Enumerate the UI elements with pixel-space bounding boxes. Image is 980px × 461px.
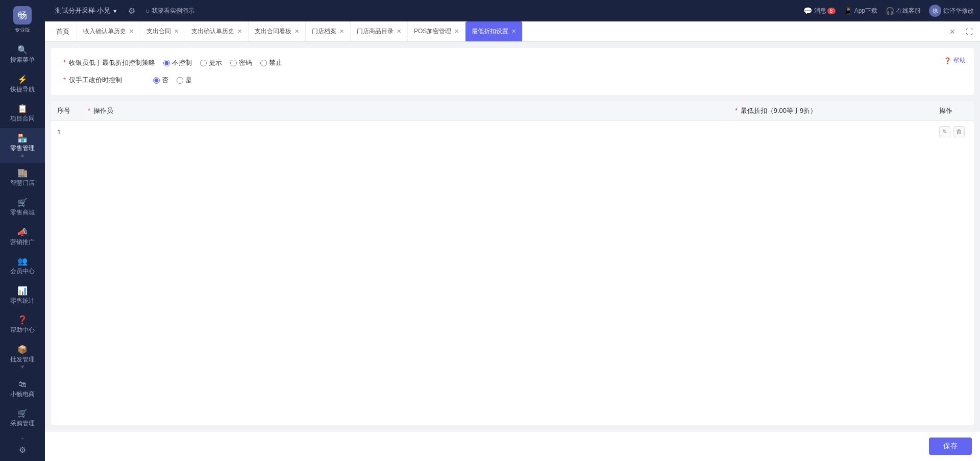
sidebar-item-12[interactable]: 🛒 采购管理 — [0, 403, 45, 433]
online-service-button[interactable]: 🎧 在线客服 — [886, 7, 921, 15]
save-button[interactable]: 保存 — [929, 438, 972, 455]
option-no-control[interactable]: 不控制 — [163, 58, 192, 67]
table-row: 1 ✎ 🗑 — [51, 121, 974, 143]
tab-close-2[interactable]: ✕ — [174, 28, 179, 35]
option-yes[interactable]: 是 — [177, 76, 192, 85]
logo-icon: 畅 — [13, 6, 32, 25]
user-menu[interactable]: 徐 徐泽华修改 — [929, 5, 974, 17]
help-button[interactable]: ❓ 帮助 — [944, 56, 966, 65]
option-no-label: 否 — [162, 76, 168, 85]
row-actions: ✎ 🗑 — [939, 126, 968, 137]
sidebar-item-8[interactable]: 📊 零售统计 — [0, 281, 45, 310]
topbar-right: 💬 消息 8 📱 App下载 🎧 在线客服 徐 徐泽华修改 — [803, 5, 974, 17]
tab-label-3: 支出确认单历史 — [191, 27, 234, 36]
sidebar-item-1[interactable]: ⚡ 快捷导航 — [0, 69, 45, 99]
gear-icon: ⚙ — [128, 7, 135, 15]
sidebar-icon-4: 🏬 — [17, 168, 28, 178]
sidebar-item-11[interactable]: 🛍 小畅电商 — [0, 375, 45, 404]
control-strategy-label: * 收银员低于最低折扣控制策略 — [63, 58, 155, 67]
main-content: 测试分开采样·小兄 ▾ ⚙ ○ 我要看实例演示 💬 消息 8 📱 App下载 — [45, 0, 980, 461]
sidebar-item-2[interactable]: 📋 项目合同 — [0, 99, 45, 128]
app-download-button[interactable]: 📱 App下载 — [844, 7, 877, 15]
col-header-action: 操作 — [933, 101, 974, 121]
tabbar-actions: ✕ ⛶ — [946, 27, 976, 37]
tab-item-5[interactable]: 门店档案✕ — [306, 21, 351, 42]
radio-remind[interactable] — [200, 60, 207, 66]
option-password-label: 密码 — [239, 58, 252, 67]
sidebar-item-0[interactable]: 🔍 搜索菜单 — [0, 40, 45, 69]
topbar: 测试分开采样·小兄 ▾ ⚙ ○ 我要看实例演示 💬 消息 8 📱 App下载 — [45, 0, 980, 21]
col-header-seq: 序号 — [51, 101, 82, 121]
content-area: ❓ 帮助 * 收银员低于最低折扣控制策略 不控制 提示 — [45, 42, 980, 431]
tab-item-7[interactable]: POS加密管理✕ — [408, 21, 465, 42]
sidebar-item-5[interactable]: 🛒 零售商城 — [0, 192, 45, 222]
option-remind-label: 提示 — [209, 58, 222, 67]
sidebar-item-6[interactable]: 📣 营销推广 — [0, 222, 45, 252]
avatar: 徐 — [929, 5, 941, 17]
app-download-label: App下载 — [854, 7, 877, 15]
tab-close-6[interactable]: ✕ — [397, 28, 401, 35]
option-remind[interactable]: 提示 — [200, 58, 222, 67]
sidebar-item-7[interactable]: 👥 会员中心 — [0, 251, 45, 281]
label-text: 收银员低于最低折扣控制策略 — [69, 59, 155, 66]
required-mark-op: * — [88, 107, 90, 114]
sidebar-label-7: 会员中心 — [10, 268, 35, 276]
edit-button[interactable]: ✎ — [939, 126, 950, 137]
app-logo: 畅 专业版 — [0, 0, 45, 40]
cell-seq: 1 — [51, 121, 82, 143]
tab-home[interactable]: 首页 — [49, 21, 77, 42]
topbar-settings-button[interactable]: ⚙ — [126, 4, 137, 18]
tab-label-7: POS加密管理 — [414, 27, 451, 36]
tab-close-3[interactable]: ✕ — [237, 28, 242, 35]
tab-item-4[interactable]: 支出合同看板✕ — [249, 21, 306, 42]
tab-label-8: 最低折扣设置 — [472, 27, 508, 36]
tab-close-1[interactable]: ✕ — [129, 28, 134, 35]
sidebar-item-9[interactable]: ❓ 帮助中心 — [0, 310, 45, 339]
project-name: 测试分开采样·小兄 — [55, 6, 110, 15]
sidebar-icon-3: 🏪 — [17, 133, 28, 143]
tab-item-6[interactable]: 门店商品目录✕ — [351, 21, 408, 42]
tab-close-5[interactable]: ✕ — [339, 28, 344, 35]
tab-close-7[interactable]: ✕ — [454, 28, 459, 35]
sidebar-icon-11: 🛍 — [18, 380, 27, 389]
tab-item-8[interactable]: 最低折扣设置✕ — [465, 21, 523, 42]
tab-item-3[interactable]: 支出确认单历史✕ — [185, 21, 249, 42]
tab-expand-button[interactable]: ⛶ — [963, 27, 976, 37]
option-no[interactable]: 否 — [153, 76, 168, 85]
sidebar-label-9: 帮助中心 — [10, 326, 35, 334]
sidebar-icon-9: ❓ — [17, 315, 28, 325]
tab-label-2: 支出合同 — [146, 27, 171, 36]
demo-icon: ○ — [145, 7, 150, 15]
tab-label-4: 支出合同看板 — [255, 27, 291, 36]
sidebar-icon-2: 📋 — [17, 104, 28, 113]
demo-button[interactable]: ○ 我要看实例演示 — [145, 7, 194, 15]
sidebar-item-10[interactable]: 📦 批发管理 ▼ — [0, 339, 45, 375]
headset-icon: 🎧 — [886, 7, 894, 15]
option-password[interactable]: 密码 — [230, 58, 252, 67]
radio-forbid[interactable] — [260, 60, 267, 66]
sidebar-item-4[interactable]: 🏬 智慧门店 — [0, 163, 45, 192]
option-forbid-label: 禁止 — [269, 58, 282, 67]
radio-yes[interactable] — [177, 77, 183, 84]
sidebar-item-3[interactable]: 🏪 零售管理 ▲ — [0, 128, 45, 163]
sidebar-icon-12: 🛒 — [17, 408, 28, 418]
required-mark-disc: * — [735, 107, 738, 114]
option-no-control-label: 不控制 — [172, 58, 192, 67]
tab-item-1[interactable]: 收入确认单历史✕ — [77, 21, 140, 42]
radio-no-control[interactable] — [163, 60, 170, 66]
sidebar-item-13[interactable]: 📦 库存核算 — [0, 433, 45, 439]
project-selector[interactable]: 测试分开采样·小兄 ▾ — [51, 4, 121, 17]
messages-button[interactable]: 💬 消息 8 — [803, 7, 836, 15]
tab-close-4[interactable]: ✕ — [295, 28, 299, 35]
tab-item-2[interactable]: 支出合同✕ — [140, 21, 185, 42]
option-forbid[interactable]: 禁止 — [260, 58, 282, 67]
table-header-row: 序号 * 操作员 * 最低折扣（9.00等于9折） 操作 — [51, 101, 974, 121]
tab-label-1: 收入确认单历史 — [83, 27, 126, 36]
required-mark2: * — [63, 76, 66, 84]
radio-password[interactable] — [230, 60, 237, 66]
tab-close-all-button[interactable]: ✕ — [946, 27, 959, 37]
radio-no[interactable] — [153, 77, 160, 84]
delete-button[interactable]: 🗑 — [953, 126, 965, 137]
tab-close-8[interactable]: ✕ — [511, 28, 516, 35]
sidebar-settings-button[interactable]: ⚙ — [0, 439, 45, 461]
